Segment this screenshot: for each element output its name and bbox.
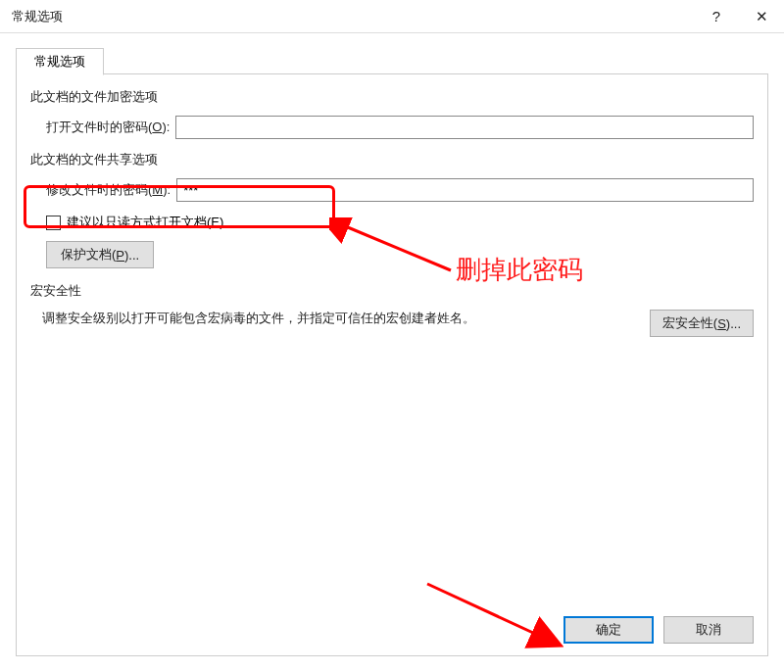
tab-general-options[interactable]: 常规选项 [16, 48, 104, 75]
protect-document-button[interactable]: 保护文档(P)... [46, 241, 154, 268]
help-button[interactable]: ? [694, 0, 739, 33]
window-title: 常规选项 [12, 8, 63, 25]
modify-password-label: 修改文件时的密码(M): [46, 181, 171, 199]
window-controls: ? ✕ [694, 0, 784, 32]
dialog-footer: 确定 取消 [564, 616, 754, 644]
options-panel: 此文档的文件加密选项 打开文件时的密码(O): 此文档的文件共享选项 修改文件时… [16, 74, 768, 656]
readonly-row: 建议以只读方式打开文档(E) [46, 214, 754, 231]
cancel-button[interactable]: 取消 [663, 616, 754, 644]
modify-password-input[interactable] [176, 178, 754, 202]
ok-button[interactable]: 确定 [564, 616, 654, 644]
close-button[interactable]: ✕ [739, 0, 784, 33]
open-password-label: 打开文件时的密码(O): [46, 119, 170, 136]
macro-section-label: 宏安全性 [30, 282, 754, 300]
encryption-section-label: 此文档的文件加密选项 [30, 88, 754, 106]
macro-security-button[interactable]: 宏安全性(S)... [650, 310, 754, 337]
macro-description: 调整安全级别以打开可能包含宏病毒的文件，并指定可信任的宏创建者姓名。 [42, 310, 754, 327]
titlebar: 常规选项 ? ✕ [0, 0, 784, 33]
modify-password-row: 修改文件时的密码(M): [46, 178, 754, 202]
open-password-row: 打开文件时的密码(O): [46, 116, 754, 139]
sharing-section-label: 此文档的文件共享选项 [30, 151, 754, 168]
readonly-label: 建议以只读方式打开文档(E) [67, 214, 223, 231]
dialog-content: 常规选项 此文档的文件加密选项 打开文件时的密码(O): 此文档的文件共享选项 … [0, 33, 784, 656]
tab-strip: 常规选项 [16, 47, 768, 74]
readonly-checkbox[interactable] [46, 216, 61, 230]
open-password-input[interactable] [175, 116, 754, 139]
